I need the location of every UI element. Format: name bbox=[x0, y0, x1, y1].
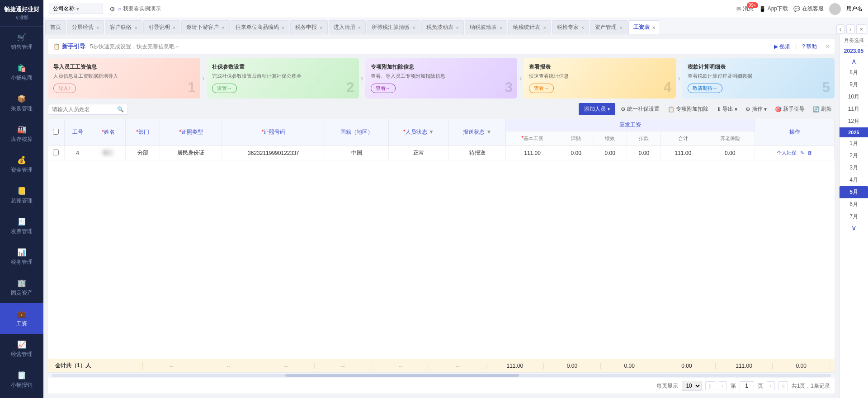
month-item-6[interactable]: 6月 bbox=[840, 198, 868, 211]
page-number-input[interactable] bbox=[740, 381, 754, 390]
month-item-4[interactable]: 4月 bbox=[840, 174, 868, 186]
tab-close-icon[interactable]: × bbox=[282, 25, 284, 30]
tab-close-icon[interactable]: × bbox=[543, 25, 546, 30]
first-page-btn[interactable]: |‹ bbox=[705, 381, 715, 390]
search-input[interactable] bbox=[52, 106, 115, 112]
month-item-12[interactable]: 12月 bbox=[840, 115, 868, 127]
tab-close-all-btn[interactable]: × bbox=[856, 24, 866, 34]
tab-close-icon[interactable]: × bbox=[358, 25, 361, 30]
col-bonus-header: 津贴 bbox=[559, 131, 593, 146]
month-item-3[interactable]: 3月 bbox=[840, 162, 868, 174]
tab-close-icon[interactable]: × bbox=[581, 25, 584, 30]
tab-close-icon[interactable]: × bbox=[222, 25, 224, 30]
step-3-action-btn[interactable]: 查看→ bbox=[371, 84, 396, 93]
app-download-btn[interactable]: 📱 App下载 bbox=[759, 5, 788, 13]
tab-clearance[interactable]: 进入清册× bbox=[329, 20, 366, 34]
guide-help-btn[interactable]: ? 帮助 bbox=[802, 43, 817, 51]
tab-tax-burden[interactable]: 税负波动表× bbox=[421, 20, 464, 34]
tab-close-icon[interactable]: × bbox=[619, 25, 622, 30]
tab-guide-desc[interactable]: 引导说明× bbox=[143, 20, 180, 34]
tab-invite[interactable]: 邀请下游客户× bbox=[181, 20, 229, 34]
tab-close-icon[interactable]: × bbox=[456, 25, 459, 30]
last-page-btn[interactable]: ›| bbox=[778, 381, 788, 390]
tab-layered[interactable]: 分层经营× bbox=[67, 20, 104, 34]
sendstatus-filter-icon[interactable]: ▼ bbox=[486, 129, 491, 135]
month-up-btn[interactable]: ∧ bbox=[849, 56, 859, 66]
tab-home[interactable]: 首页 bbox=[45, 20, 66, 34]
month-item-5[interactable]: 5月 bbox=[840, 186, 868, 198]
month-item-7[interactable]: 7月 bbox=[840, 211, 868, 223]
online-service-btn[interactable]: 💬 在线客服 bbox=[793, 5, 824, 13]
sidebar-item-finance[interactable]: 💰 资金管理 bbox=[0, 150, 43, 180]
guide-close-btn[interactable]: × bbox=[826, 43, 829, 50]
settings-icon[interactable]: ⚙ bbox=[109, 5, 115, 13]
sidebar-item-operation[interactable]: 📈 经营管理 bbox=[0, 334, 43, 365]
step-2-action-btn[interactable]: 设置→ bbox=[212, 84, 237, 93]
step-4-action-btn[interactable]: 查看→ bbox=[529, 84, 554, 93]
month-item-11[interactable]: 11月 bbox=[840, 103, 868, 115]
op-delete-icon[interactable]: 🗑 bbox=[807, 150, 812, 155]
sidebar-item-ecommerce[interactable]: 🛍️ 小畅电商 bbox=[0, 57, 43, 88]
tab-close-icon[interactable]: × bbox=[412, 25, 415, 30]
tab-close-icon[interactable]: × bbox=[320, 25, 322, 30]
tab-close-icon[interactable]: × bbox=[96, 25, 99, 30]
tab-tax-report[interactable]: 税务申报× bbox=[290, 20, 327, 34]
guide-video-btn[interactable]: ▶ 视频 bbox=[774, 43, 790, 51]
demo-link[interactable]: ○ 我要看实例演示 bbox=[118, 5, 161, 13]
tab-next-btn[interactable]: › bbox=[846, 24, 854, 34]
tab-close-icon[interactable]: × bbox=[500, 25, 502, 30]
month-item-1[interactable]: 1月 bbox=[840, 137, 868, 150]
op-social-btn[interactable]: 个人社保 bbox=[777, 150, 797, 155]
sidebar-item-tax[interactable]: 📊 税务管理 bbox=[0, 242, 43, 272]
refresh-btn[interactable]: 🔄 刷新 bbox=[810, 103, 835, 115]
op-edit-icon[interactable]: ✎ bbox=[800, 150, 804, 155]
month-item-2[interactable]: 2月 bbox=[840, 150, 868, 162]
tab-close-icon[interactable]: × bbox=[652, 25, 655, 30]
prev-page-btn[interactable]: ‹ bbox=[719, 381, 727, 390]
company-dropdown-icon[interactable]: ▾ bbox=[76, 6, 79, 12]
sidebar-item-invoice[interactable]: 🧾 发票管理 bbox=[0, 211, 43, 242]
sidebar-item-purchase[interactable]: 📦 采购管理 bbox=[0, 88, 43, 119]
sidebar-item-fixedassets[interactable]: 🏢 固定资产 bbox=[0, 272, 43, 303]
sidebar-item-salary[interactable]: 💼 工资 bbox=[0, 303, 43, 334]
next-page-btn[interactable]: › bbox=[767, 381, 775, 390]
per-page-select[interactable]: 10 20 50 bbox=[682, 381, 702, 391]
row-select-checkbox[interactable] bbox=[53, 150, 59, 155]
select-all-checkbox[interactable] bbox=[53, 129, 59, 135]
message-btn[interactable]: ✉ 消息 99+ bbox=[736, 5, 754, 13]
newuser-guide-btn[interactable]: 🎯 新手引导 bbox=[772, 103, 807, 115]
tab-tax-expert[interactable]: 税检专家× bbox=[552, 20, 589, 34]
tab-tax-fluctuation[interactable]: 纳税波动表× bbox=[465, 20, 507, 34]
username-label[interactable]: 用户名 bbox=[846, 5, 863, 13]
tab-assets[interactable]: 资产管理× bbox=[590, 20, 627, 34]
sidebar-item-sales[interactable]: 🛒 销售管理 bbox=[0, 27, 43, 57]
company-selector[interactable]: 公司名称 ▾ bbox=[49, 4, 103, 14]
export-btn[interactable]: ⬇ 导出 ▾ bbox=[714, 103, 740, 115]
step-5-action-btn[interactable]: 敬请期待→ bbox=[688, 84, 722, 93]
special-deduct-btn[interactable]: 📋 专项附加扣除 bbox=[665, 103, 711, 115]
operation-btn[interactable]: ⚙ 操作 ▾ bbox=[743, 103, 769, 115]
add-person-btn[interactable]: 添加人员 ▾ bbox=[579, 103, 615, 115]
sidebar-item-basic[interactable]: ℹ️ 基础信息 bbox=[0, 395, 43, 398]
tab-income-tax[interactable]: 所得税汇算清缴× bbox=[367, 20, 420, 34]
user-avatar[interactable] bbox=[829, 3, 841, 15]
search-icon[interactable]: 🔍 bbox=[117, 106, 124, 112]
month-down-btn[interactable]: ∨ bbox=[849, 223, 859, 233]
tab-salary[interactable]: 工资表× bbox=[628, 20, 660, 34]
sidebar-item-inventory[interactable]: 🏭 库存核算 bbox=[0, 119, 43, 150]
status-filter-icon[interactable]: ▼ bbox=[429, 129, 434, 135]
month-item-10[interactable]: 10月 bbox=[840, 91, 868, 103]
tab-tax-stats[interactable]: 纳税统计表× bbox=[508, 20, 551, 34]
tab-close-icon[interactable]: × bbox=[173, 25, 175, 30]
tab-customer[interactable]: 客户联络× bbox=[105, 20, 142, 34]
sidebar-item-ledger[interactable]: 📒 总账管理 bbox=[0, 180, 43, 211]
tab-product-code[interactable]: 往来单位商品编码× bbox=[231, 20, 289, 34]
month-item-8[interactable]: 8月 bbox=[840, 66, 868, 79]
scrollbar-thumb[interactable] bbox=[285, 374, 519, 377]
tab-close-icon[interactable]: × bbox=[134, 25, 137, 30]
month-item-9[interactable]: 9月 bbox=[840, 79, 868, 91]
tab-prev-btn[interactable]: ‹ bbox=[836, 24, 844, 34]
social-security-btn[interactable]: ⚙ 统一社保设置 bbox=[618, 103, 662, 115]
step-1-action-btn[interactable]: 导入↑ bbox=[53, 84, 76, 93]
sidebar-item-report[interactable]: 🗒️ 小畅报销 bbox=[0, 365, 43, 395]
